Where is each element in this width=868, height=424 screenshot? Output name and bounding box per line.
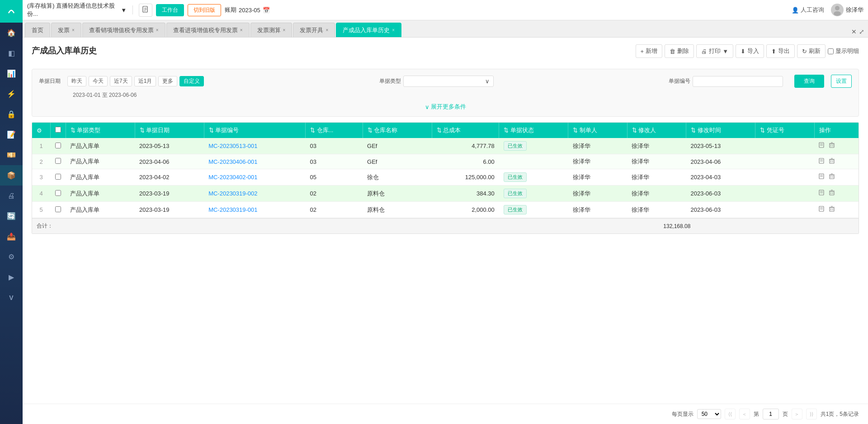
- last-page-btn[interactable]: ⟩⟩: [806, 409, 817, 419]
- user-menu[interactable]: 徐泽华: [831, 4, 863, 16]
- row-checkbox[interactable]: [55, 143, 61, 148]
- sidebar-item-note[interactable]: 📝: [0, 124, 23, 145]
- workspace-button[interactable]: 工作台: [156, 4, 184, 16]
- row-delete-icon[interactable]: [829, 206, 835, 214]
- tab-purchase-close[interactable]: ×: [240, 28, 243, 33]
- tab-sales-close[interactable]: ×: [156, 28, 159, 33]
- row-delete-icon[interactable]: [829, 173, 835, 181]
- col-voucher-label: ⇅ 凭证号: [760, 127, 784, 133]
- row-delete-icon[interactable]: [829, 142, 835, 150]
- tab-calc-close[interactable]: ×: [283, 28, 286, 33]
- export-button[interactable]: ⬆ 导出: [766, 44, 795, 58]
- date-yesterday-btn[interactable]: 昨天: [67, 76, 86, 86]
- sidebar-item-flash[interactable]: ⚡: [0, 84, 23, 104]
- new-button[interactable]: + 新增: [636, 44, 663, 58]
- row-checkbox-cell[interactable]: [50, 169, 66, 186]
- company-selector[interactable]: (库存核算) 直播轻跑通信息技术股份... ▼: [27, 2, 127, 18]
- col-modifier-label: ⇅ 修改人: [632, 127, 656, 133]
- row-edit-icon[interactable]: [819, 206, 825, 214]
- col-gear[interactable]: ⚙: [32, 123, 50, 138]
- row-checkbox-cell[interactable]: [50, 202, 66, 218]
- doc-type-select[interactable]: ∨: [403, 76, 494, 87]
- col-checkbox[interactable]: [50, 123, 66, 138]
- tab-issue[interactable]: 发票开具 ×: [293, 23, 335, 37]
- sidebar-item-box[interactable]: 📦: [0, 165, 23, 186]
- row-delete-icon[interactable]: [829, 158, 835, 166]
- prev-page-btn[interactable]: ＜: [739, 409, 750, 419]
- row-doc-no[interactable]: MC-20230513-001: [204, 138, 305, 154]
- switch-old-button[interactable]: 切到旧版: [188, 4, 221, 16]
- row-warehouse-name: GEf: [363, 154, 432, 169]
- sidebar-item-play[interactable]: ▶: [0, 267, 23, 287]
- sidebar-item-v[interactable]: V: [0, 287, 23, 308]
- sidebar-item-lock[interactable]: 🔒: [0, 104, 23, 124]
- sidebar-item-home[interactable]: 🏠: [0, 23, 23, 43]
- tab-close-all-icon[interactable]: ✕: [851, 28, 857, 35]
- row-checkbox-cell[interactable]: [50, 186, 66, 202]
- row-num: 3: [32, 169, 50, 186]
- expand-filter-btn[interactable]: ∨ 展开更多条件: [425, 103, 466, 111]
- tab-invoice-close[interactable]: ×: [72, 28, 75, 33]
- sidebar-item-money[interactable]: 💴: [0, 145, 23, 165]
- date-1month-btn[interactable]: 近1月: [134, 76, 156, 86]
- sidebar-item-chart[interactable]: 📊: [0, 63, 23, 84]
- date-today-btn[interactable]: 今天: [89, 76, 108, 86]
- row-edit-icon[interactable]: [819, 173, 825, 181]
- row-checkbox-cell[interactable]: [50, 138, 66, 154]
- tab-stock-close[interactable]: ×: [392, 28, 395, 33]
- row-doc-no[interactable]: MC-20230319-002: [204, 186, 305, 202]
- app-logo[interactable]: [0, 0, 23, 23]
- row-edit-icon[interactable]: [819, 190, 825, 197]
- row-checkbox[interactable]: [55, 174, 61, 180]
- gear-icon[interactable]: ⚙: [37, 127, 42, 134]
- next-page-btn[interactable]: ＞: [792, 409, 802, 419]
- tab-stock-history[interactable]: 产成品入库单历史 ×: [336, 23, 401, 37]
- sidebar-item-cycle[interactable]: 🔄: [0, 206, 23, 226]
- row-delete-icon[interactable]: [829, 190, 835, 197]
- row-doc-no[interactable]: MC-20230402-001: [204, 169, 305, 186]
- page-size-select[interactable]: 50 10 20 100: [697, 409, 721, 419]
- page-number-input[interactable]: [763, 409, 779, 419]
- row-num: 4: [32, 186, 50, 202]
- doc-icon-btn[interactable]: [139, 4, 152, 17]
- service-button[interactable]: 👤 人工咨询: [792, 6, 824, 14]
- tab-purchase-invoice[interactable]: 查看进项增值税专用发票 ×: [166, 23, 250, 37]
- sidebar-item-doc[interactable]: ◧: [0, 43, 23, 63]
- print-button[interactable]: 🖨 打印 ▼: [696, 44, 733, 58]
- row-edit-icon[interactable]: [819, 158, 825, 166]
- tab-home-label: 首页: [32, 26, 43, 34]
- tab-sales-invoice[interactable]: 查看销项增值税专用发票 ×: [82, 23, 165, 37]
- row-edit-icon[interactable]: [819, 142, 825, 150]
- row-checkbox[interactable]: [55, 206, 61, 212]
- refresh-button[interactable]: ↻ 刷新: [797, 44, 826, 58]
- doc-no-input[interactable]: [693, 76, 783, 87]
- row-checkbox-cell[interactable]: [50, 154, 66, 169]
- row-doc-no[interactable]: MC-20230319-001: [204, 202, 305, 218]
- date-7days-btn[interactable]: 近7天: [110, 76, 132, 86]
- calendar-icon[interactable]: 📅: [263, 7, 270, 14]
- sidebar-item-stamp[interactable]: 🖨: [0, 186, 23, 206]
- row-checkbox[interactable]: [55, 190, 61, 196]
- delete-button[interactable]: 🗑 删除: [665, 44, 694, 58]
- date-more-btn[interactable]: 更多: [158, 76, 177, 86]
- new-label: 新增: [646, 47, 657, 55]
- row-doc-no[interactable]: MC-20230406-001: [204, 154, 305, 169]
- company-dropdown-icon[interactable]: ▼: [121, 7, 127, 14]
- date-custom-btn[interactable]: 自定义: [179, 76, 204, 86]
- sidebar-item-settings[interactable]: ⚙: [0, 247, 23, 267]
- tab-home[interactable]: 首页: [25, 23, 50, 37]
- select-all-checkbox[interactable]: [55, 127, 61, 133]
- set-button[interactable]: 设置: [831, 75, 852, 88]
- tab-expand-icon[interactable]: ⤢: [859, 28, 864, 35]
- query-button[interactable]: 查询: [794, 75, 824, 88]
- import-button[interactable]: ⬇ 导入: [736, 44, 764, 58]
- sidebar-item-upload[interactable]: 📤: [0, 226, 23, 247]
- tab-invoice[interactable]: 发票 ×: [51, 23, 81, 37]
- tab-calc-label: 发票测算: [257, 26, 281, 34]
- row-status: 已生效: [499, 186, 568, 202]
- first-page-btn[interactable]: ⟨⟨: [725, 409, 736, 419]
- tab-issue-close[interactable]: ×: [326, 28, 328, 33]
- row-checkbox[interactable]: [55, 158, 61, 164]
- tab-calc[interactable]: 发票测算 ×: [250, 23, 292, 37]
- show-detail-checkbox[interactable]: [828, 48, 834, 54]
